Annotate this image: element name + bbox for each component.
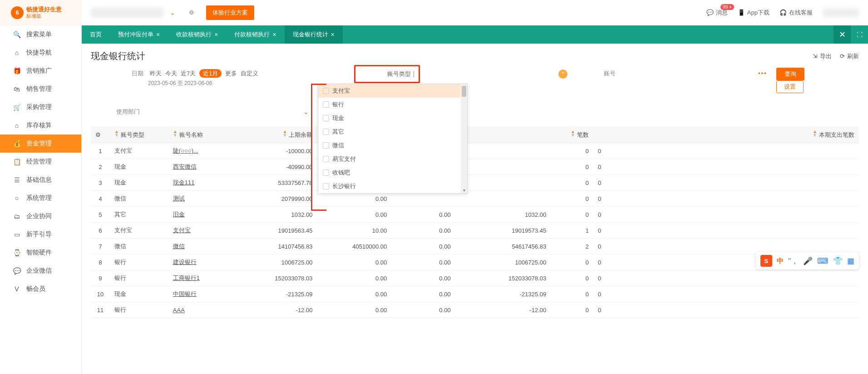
account-more-icon[interactable]: ••• (758, 70, 767, 76)
account-name-link[interactable]: AAA (173, 307, 185, 314)
sort-icon[interactable] (114, 130, 119, 137)
tab-预付冲应付单[interactable]: 预付冲应付单× (110, 25, 168, 44)
checkbox[interactable] (323, 129, 329, 135)
skin-icon[interactable]: 👕 (833, 256, 843, 266)
column-header-上期余额[interactable]: 上期余额 (243, 126, 317, 143)
cell[interactable]: 现金111 (168, 175, 243, 191)
mic-icon[interactable]: 🎤 (803, 256, 813, 266)
account-name-link[interactable]: 现金111 (173, 179, 195, 186)
cell[interactable]: 微信 (168, 239, 243, 254)
account-name-link[interactable]: 测试 (173, 195, 185, 202)
cell[interactable]: 测试 (168, 191, 243, 207)
column-header-本期支出笔数[interactable]: 本期支出笔数 (593, 126, 859, 143)
checkbox[interactable] (323, 170, 329, 176)
table-settings-icon[interactable]: ⚙ (91, 126, 110, 143)
tab-首页[interactable]: 首页 (82, 25, 110, 44)
dropdown-option-现金[interactable]: 现金 (318, 111, 467, 125)
messages-link[interactable]: 💬 消息 99 + (706, 9, 728, 17)
cell[interactable]: AAA (168, 302, 243, 318)
column-header-账号类型[interactable]: 账号类型 (110, 126, 168, 143)
ime-toolbar[interactable]: S 中 "， 🎤 ⌨ 👕 ▦ (756, 252, 859, 269)
ime-lang-label[interactable]: 中 (777, 257, 784, 265)
cell[interactable]: 西安微信 (168, 159, 243, 175)
chevron-down-icon[interactable]: ⌄ (170, 9, 175, 16)
column-header-5[interactable] (455, 126, 551, 143)
query-button[interactable]: 查询 (776, 68, 804, 80)
dropdown-option-易宝支付[interactable]: 易宝支付 (318, 152, 467, 166)
date-option-今天[interactable]: 今天 (165, 70, 177, 77)
sort-icon[interactable] (813, 130, 817, 137)
account-name-link[interactable]: 中国银行 (173, 290, 197, 297)
date-option-昨天[interactable]: 昨天 (150, 70, 162, 77)
cell[interactable]: 支付宝 (168, 223, 243, 239)
sidebar-item-资金管理[interactable]: 💰资金管理 (0, 135, 81, 153)
account-name-link[interactable]: 旧金 (173, 211, 185, 218)
sidebar-item-采购管理[interactable]: 🛒采购管理 (0, 98, 81, 116)
column-header-笔数[interactable]: 笔数 (551, 126, 593, 143)
sidebar-item-企业微信[interactable]: 💬企业微信 (0, 262, 81, 280)
sidebar-item-销售管理[interactable]: 🛍销售管理 (0, 80, 81, 98)
account-name-link[interactable]: 工商银行1 (173, 274, 200, 281)
close-icon[interactable]: × (214, 31, 218, 38)
close-icon[interactable]: × (331, 31, 335, 38)
date-option-近7天[interactable]: 近7天 (181, 70, 196, 77)
account-name-link[interactable]: 微信 (173, 243, 185, 249)
dropdown-option-微信[interactable]: 微信 (318, 139, 467, 152)
sort-icon[interactable] (571, 130, 575, 137)
sidebar-item-搜索菜单[interactable]: 🔍搜索菜单 (0, 25, 81, 44)
sort-icon[interactable] (282, 130, 287, 137)
sidebar-item-快捷导航[interactable]: ⌂快捷导航 (0, 44, 81, 62)
sidebar-item-库存核算[interactable]: ⌂库存核算 (0, 116, 81, 135)
tab-付款核销执行[interactable]: 付款核销执行× (226, 25, 284, 44)
sidebar-item-经营管理[interactable]: 📋经营管理 (0, 153, 81, 171)
checkbox[interactable] (323, 115, 329, 121)
checkbox[interactable] (323, 156, 329, 162)
chevron-down-icon[interactable]: ⌄ (303, 108, 309, 115)
cell[interactable]: 中国银行 (168, 286, 243, 302)
date-option-更多[interactable]: 更多 (225, 70, 237, 77)
dropdown-option-支付宝[interactable]: 支付宝 (318, 84, 467, 98)
account-name-link[interactable]: 建设银行 (173, 259, 197, 265)
checkbox[interactable] (323, 88, 329, 94)
account-name-link[interactable]: 支付宝 (173, 227, 191, 234)
account-name-link[interactable]: 陡(○○○)... (173, 147, 198, 154)
account-name-link[interactable]: 西安微信 (173, 163, 197, 170)
user-avatar[interactable] (823, 8, 859, 17)
dept-select[interactable] (144, 105, 303, 118)
keyboard-icon[interactable]: ⌨ (817, 256, 829, 266)
grid-icon[interactable]: ▦ (847, 256, 854, 266)
cell[interactable]: 陡(○○○)... (168, 143, 243, 159)
tab-现金银行统计[interactable]: 现金银行统计× (285, 25, 343, 44)
date-option-近1月[interactable]: 近1月 (199, 69, 222, 78)
ime-punct-icon[interactable]: "， (788, 256, 799, 266)
industry-solution-button[interactable]: 体验行业方案 (206, 5, 254, 20)
sort-icon[interactable] (173, 130, 178, 137)
cell[interactable]: 工商银行1 (168, 270, 243, 286)
app-download-link[interactable]: 📱 App下载 (738, 9, 769, 17)
account-type-filter[interactable]: 账号类型 (354, 65, 420, 83)
checkbox[interactable] (323, 142, 329, 149)
sidebar-item-基础信息[interactable]: ☰基础信息 (0, 171, 81, 189)
close-icon[interactable]: × (272, 31, 276, 38)
tab-收款核销执行[interactable]: 收款核销执行× (168, 25, 226, 44)
collapse-toggle[interactable]: ⌃ (558, 70, 567, 79)
column-header-账号名称[interactable]: 账号名称 (168, 126, 243, 143)
checkbox[interactable] (323, 183, 329, 189)
close-all-tabs-button[interactable]: ✕ (833, 25, 851, 44)
sidebar-item-企业协同[interactable]: 🗂企业协同 (0, 207, 81, 225)
fullscreen-button[interactable]: ⛶ (851, 25, 868, 44)
dropdown-option-银行[interactable]: 银行 (318, 98, 467, 111)
settings-button[interactable]: 设置 (776, 80, 804, 93)
sidebar-item-畅会员[interactable]: V畅会员 (0, 280, 81, 298)
sidebar-item-系统管理[interactable]: ○系统管理 (0, 189, 81, 207)
sidebar-item-营销推广[interactable]: 🎁营销推广 (0, 62, 81, 80)
cell[interactable]: 建设银行 (168, 254, 243, 270)
date-option-自定义[interactable]: 自定义 (241, 70, 258, 77)
dropdown-option-长沙银行[interactable]: 长沙银行 (318, 180, 467, 193)
checkbox[interactable] (323, 101, 329, 108)
export-button[interactable]: ⇲ 导出 (813, 52, 832, 60)
cell[interactable]: 旧金 (168, 207, 243, 223)
sidebar-item-新手引导[interactable]: ▭新手引导 (0, 225, 81, 244)
dropdown-option-收钱吧[interactable]: 收钱吧 (318, 166, 467, 180)
scrollbar-down-icon[interactable]: ▾ (462, 188, 466, 192)
